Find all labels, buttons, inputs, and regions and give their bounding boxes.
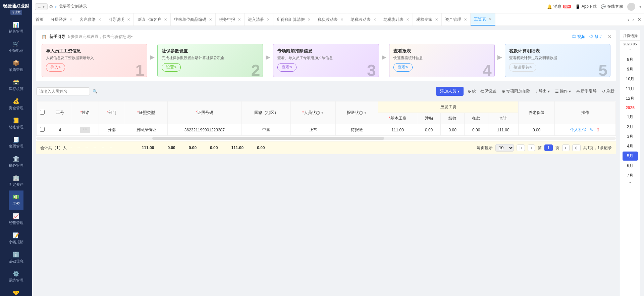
nav-tab-往来单位商品编码[interactable]: 往来单位商品编码✕ <box>171 13 216 26</box>
month-item-10[interactable]: 10月 <box>623 75 638 84</box>
demo-button[interactable]: ○ 我要看实例演示 <box>55 4 87 9</box>
company-selector[interactable]: ... ▾ <box>35 3 48 10</box>
horizontal-scrollbar[interactable] <box>36 137 616 140</box>
scrollbar-thumb[interactable] <box>152 137 384 140</box>
search-icon[interactable]: 🔍 <box>93 89 98 94</box>
month-item-12[interactable]: 12月 <box>623 94 638 103</box>
month-item-6[interactable]: 6月 <box>623 161 638 170</box>
guide-step-btn[interactable]: 敬请期待> <box>509 63 536 72</box>
close-tab-icon[interactable]: ✕ <box>340 17 343 22</box>
close-tab-icon[interactable]: ✕ <box>69 17 72 22</box>
sidebar-item-资金管理[interactable]: 💰资金管理 <box>9 95 23 114</box>
guide-help-link[interactable]: ◎ 帮助 <box>589 34 602 40</box>
sidebar-item-企业协同[interactable]: 🤝企业协同 <box>9 286 23 296</box>
guide-step-btn[interactable]: 查看> <box>277 63 297 72</box>
first-page-button[interactable]: |‹ <box>517 144 525 151</box>
row-checkbox[interactable] <box>40 127 45 132</box>
nav-tab-纳税波动表[interactable]: 纳税波动表✕ <box>347 13 380 26</box>
nav-tab-邀请下游客户[interactable]: 邀请下游客户✕ <box>134 13 171 26</box>
close-tab-icon[interactable]: ✕ <box>308 17 311 22</box>
nav-tab-分层经营[interactable]: 分层经营✕ <box>47 13 76 26</box>
row-personal-social-link[interactable]: 个人社保 <box>570 127 586 132</box>
search-input[interactable] <box>36 87 90 95</box>
export-button[interactable]: ↓ 导出 ▾ <box>534 87 551 96</box>
nav-tab-首页[interactable]: 首页 <box>32 13 47 26</box>
per-page-select[interactable]: 102050100 <box>495 144 514 152</box>
row-delete-icon[interactable]: 🗑 <box>596 127 600 132</box>
current-page[interactable]: 1 <box>544 144 553 151</box>
sidebar-item-小畅报销[interactable]: 📝小畅报销 <box>9 229 23 248</box>
sidebar-item-固定资产[interactable]: 🏢固定资产 <box>9 171 23 191</box>
sidebar-item-工资[interactable]: 💵工资 <box>9 191 23 210</box>
select-all-checkbox[interactable] <box>40 110 45 115</box>
scroll-left-icon[interactable]: ‹ <box>626 16 631 23</box>
sidebar-item-发票管理[interactable]: 🧾发票管理 <box>9 133 23 152</box>
close-tab-icon[interactable]: ✕ <box>464 17 467 22</box>
sidebar-item-经营管理[interactable]: 📈经营管理 <box>9 210 23 229</box>
guide-step-btn[interactable]: 导入> <box>46 63 65 72</box>
user-avatar[interactable] <box>627 3 635 11</box>
nav-tab-客户联络[interactable]: 客户联络✕ <box>76 13 105 26</box>
nav-tab-税检专家[interactable]: 税检专家✕ <box>413 13 442 26</box>
prev-page-button[interactable]: ‹ <box>528 144 535 151</box>
month-item-1[interactable]: 1月 <box>623 113 638 122</box>
close-tab-icon[interactable]: ✕ <box>406 17 409 22</box>
close-tab-icon[interactable]: ✕ <box>127 17 130 22</box>
next-page-button[interactable]: › <box>562 144 570 151</box>
month-selector-label: 月份选择 <box>620 31 640 41</box>
sidebar-item-采购管理[interactable]: 📦采购管理 <box>9 56 23 76</box>
operations-button[interactable]: ☰ 操作 ▾ <box>554 87 572 96</box>
row-edit-icon[interactable]: ✎ <box>590 127 593 132</box>
sidebar-item-销售管理[interactable]: 📊销售管理 <box>9 18 23 37</box>
nav-tab-所得税汇算清缴[interactable]: 所得税汇算清缴✕ <box>273 13 314 26</box>
sidebar-item-库存核算[interactable]: 🗃️库存核算 <box>9 76 23 95</box>
close-tab-icon[interactable]: ✕ <box>373 17 376 22</box>
nav-tab-税务申报[interactable]: 税务申报✕ <box>216 13 245 26</box>
notification-button[interactable]: 🔔 消息 99+ <box>547 4 571 9</box>
close-tab-icon[interactable]: ✕ <box>238 17 241 22</box>
scroll-right-icon[interactable]: › <box>631 16 635 23</box>
nav-tab-纳税统计表[interactable]: 纳税统计表✕ <box>380 13 413 26</box>
app-download-button[interactable]: 📱 App下载 <box>575 4 597 9</box>
close-tab-icon[interactable]: ✕ <box>209 17 212 22</box>
month-item-4[interactable]: 4月 <box>623 142 638 151</box>
close-tab-icon[interactable]: ✕ <box>489 17 492 22</box>
month-item-2[interactable]: 2月 <box>623 122 638 131</box>
close-tab-icon[interactable]: ✕ <box>98 17 101 22</box>
sidebar-item-总账管理[interactable]: 📒总账管理 <box>9 114 23 133</box>
add-person-button[interactable]: 添加人员 ▾ <box>436 87 464 96</box>
nav-tab-工资表[interactable]: 工资表✕ <box>471 13 495 26</box>
guide-step-btn[interactable]: 设置> <box>162 63 181 72</box>
nav-tab-引导说明[interactable]: 引导说明✕ <box>105 13 134 26</box>
month-item-11[interactable]: 11月 <box>623 84 638 93</box>
sidebar-item-基础信息[interactable]: ℹ️基础信息 <box>9 248 23 267</box>
unified-settings-button[interactable]: ⚙ 统一社保设置 <box>466 87 498 96</box>
close-tab-icon[interactable]: ✕ <box>435 17 438 22</box>
user-menu-icon[interactable]: ▾ <box>639 4 641 9</box>
sidebar-item-税务管理[interactable]: 🏛️税务管理 <box>9 152 23 171</box>
month-item-9[interactable]: 9月 <box>623 65 638 74</box>
sidebar-item-小畅电商[interactable]: 🛒小畅电商 <box>9 37 23 56</box>
guide-video-link[interactable]: ◎ 视频 <box>572 34 585 40</box>
refresh-button[interactable]: ↺ 刷新 <box>601 87 616 96</box>
guide-button[interactable]: ◎ 新手引导 <box>575 87 598 96</box>
settings-icon[interactable]: ⚙ <box>49 4 53 9</box>
month-prev-button[interactable]: ˄ <box>628 47 632 55</box>
special-deduction-button[interactable]: ⊕ 专项附加扣除 <box>500 87 532 96</box>
close-tab-icon[interactable]: ✕ <box>267 17 270 22</box>
nav-tab-税负波动表[interactable]: 税负波动表✕ <box>314 13 347 26</box>
online-service-button[interactable]: 💬 在线客服 <box>601 4 623 9</box>
nav-tab-资产管理[interactable]: 资产管理✕ <box>442 13 471 26</box>
nav-tab-进入清册[interactable]: 进入清册✕ <box>245 13 273 26</box>
guide-step-btn[interactable]: 查看> <box>393 63 413 72</box>
month-item-8[interactable]: 8月 <box>623 55 638 64</box>
sidebar-item-系统管理[interactable]: ⚙️系统管理 <box>9 267 23 286</box>
last-page-button[interactable]: ›| <box>572 144 581 151</box>
month-item-7[interactable]: 7月 <box>623 171 638 180</box>
month-item-5[interactable]: 5月 <box>623 152 638 161</box>
month-next-button[interactable]: ˅ <box>628 180 632 188</box>
month-item-3[interactable]: 3月 <box>623 132 638 141</box>
close-tab-icon[interactable]: ✕ <box>164 17 167 22</box>
close-all-tabs-icon[interactable]: ✕ <box>636 16 643 23</box>
guide-close-button[interactable]: ✕ <box>608 34 612 39</box>
